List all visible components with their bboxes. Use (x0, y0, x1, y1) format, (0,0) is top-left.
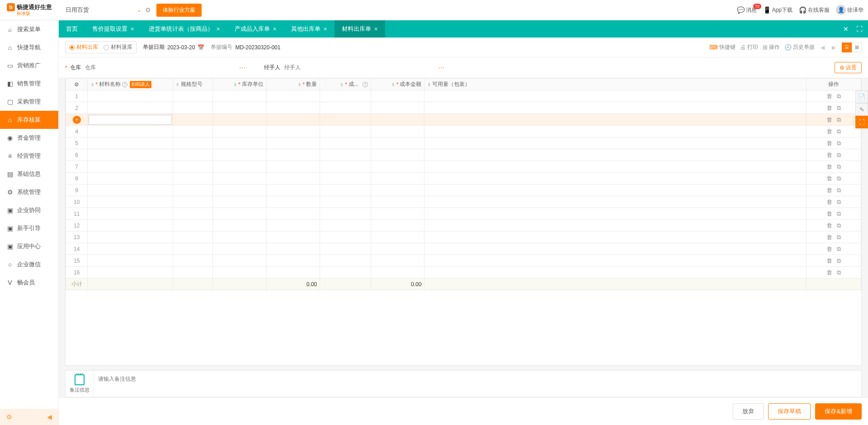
th-settings[interactable]: ⚙ (66, 79, 88, 90)
cell-cost[interactable] (320, 90, 371, 102)
sidebar-item-9[interactable]: ⚙系统管理 (0, 183, 58, 201)
cell-amount[interactable] (371, 267, 425, 279)
copy-icon[interactable]: ⧉ (837, 246, 841, 253)
cell-cost[interactable] (320, 184, 371, 196)
warehouse-input[interactable] (84, 63, 236, 72)
cell-available[interactable] (425, 137, 807, 149)
cell-name[interactable] (88, 243, 173, 255)
cell-unit[interactable] (213, 137, 266, 149)
delete-icon[interactable]: 🗑 (826, 222, 832, 229)
radio-material-return[interactable]: 材料退库 (104, 43, 132, 51)
tab-1[interactable]: 售价提取设置✕ (85, 20, 142, 38)
view-grid-button[interactable]: ⊞ (852, 42, 862, 52)
handler-field[interactable]: 经手人 ⋯ (264, 63, 445, 72)
cell-spec[interactable] (173, 220, 213, 231)
table-row[interactable]: 10🗑⧉ (66, 196, 861, 208)
cell-available[interactable] (425, 231, 807, 243)
sidebar-item-7[interactable]: ≡经营管理 (0, 147, 58, 165)
doc-date-field[interactable]: 单据日期 2023-03-20 📅 (143, 43, 204, 51)
view-list-button[interactable]: ☰ (842, 42, 852, 52)
delete-icon[interactable]: 🗑 (826, 269, 832, 276)
cell-name[interactable] (88, 196, 173, 208)
more-dots-icon[interactable]: ⋯ (438, 64, 445, 71)
sidebar-item-4[interactable]: ▢采购管理 (0, 93, 58, 111)
cell-amount[interactable] (371, 102, 425, 114)
cell-name[interactable] (88, 137, 173, 149)
sidebar-item-13[interactable]: ○企业微信 (0, 255, 58, 274)
cell-unit[interactable] (213, 90, 266, 102)
cell-amount[interactable] (371, 114, 425, 126)
table-row[interactable]: 11🗑⧉ (66, 208, 861, 220)
sidebar-item-5[interactable]: ⌂库存核算 (0, 111, 58, 129)
cell-cost[interactable] (320, 102, 371, 114)
table-row[interactable]: 4🗑⧉ (66, 126, 861, 137)
copy-icon[interactable]: ⧉ (837, 198, 841, 206)
tab-expand-button[interactable]: ⛶ (854, 23, 865, 35)
copy-icon[interactable]: ⧉ (837, 175, 841, 182)
th-unit[interactable]: ▲▼*库存单位 (213, 79, 266, 90)
cell-qty[interactable] (266, 161, 320, 173)
cell-spec[interactable] (173, 173, 213, 184)
cell-unit[interactable] (213, 243, 266, 255)
table-row[interactable]: 12🗑⧉ (66, 220, 861, 231)
table-row[interactable]: 13🗑⧉ (66, 231, 861, 243)
cell-qty[interactable] (266, 90, 320, 102)
shortcut-button[interactable]: ⌨快捷键 (709, 43, 736, 51)
cell-amount[interactable] (371, 149, 425, 161)
cell-unit[interactable] (213, 114, 266, 126)
cell-amount[interactable] (371, 173, 425, 184)
cell-name[interactable] (88, 255, 173, 267)
app-download-button[interactable]: 📱 App下载 (763, 6, 793, 14)
cell-spec[interactable] (173, 102, 213, 114)
cell-name[interactable] (88, 173, 173, 184)
tab-2[interactable]: 进货单统计表（按商品）✕ (142, 20, 227, 38)
cell-unit[interactable] (213, 102, 266, 114)
user-menu[interactable]: 👤 徐泽华 (836, 5, 863, 15)
save-new-button[interactable]: 保存&新增 (815, 403, 862, 420)
table-row[interactable]: 9🗑⧉ (66, 184, 861, 196)
cell-cost[interactable] (320, 255, 371, 267)
print-button[interactable]: 🖨打印 (740, 43, 758, 51)
footer-collapse-icon[interactable]: ◀ (47, 413, 52, 420)
cell-qty[interactable] (266, 196, 320, 208)
prev-arrow-icon[interactable]: ◀ (819, 44, 826, 51)
cell-cost[interactable] (320, 267, 371, 279)
close-icon[interactable]: ✕ (323, 26, 327, 32)
cell-available[interactable] (425, 173, 807, 184)
cell-amount[interactable] (371, 161, 425, 173)
cell-qty[interactable] (266, 231, 320, 243)
copy-icon[interactable]: ⧉ (837, 269, 841, 276)
th-qty[interactable]: ▲▼*数量 (266, 79, 320, 90)
cell-qty[interactable] (266, 220, 320, 231)
th-amount[interactable]: ▲▼*成本金额 (371, 79, 425, 90)
cell-qty[interactable] (266, 173, 320, 184)
sidebar-item-10[interactable]: ▣企业协同 (0, 201, 58, 219)
cell-unit[interactable] (213, 255, 266, 267)
cell-name[interactable] (88, 231, 173, 243)
th-available[interactable]: ▲▼可用量（包装） (425, 79, 807, 90)
cell-available[interactable] (425, 243, 807, 255)
cell-unit[interactable] (213, 231, 266, 243)
delete-icon[interactable]: 🗑 (826, 210, 832, 217)
delete-icon[interactable]: 🗑 (826, 163, 832, 170)
handler-input[interactable] (283, 63, 435, 72)
copy-icon[interactable]: ⧉ (837, 257, 841, 264)
copy-icon[interactable]: ⧉ (837, 128, 841, 135)
tab-3[interactable]: 产成品入库单✕ (227, 20, 284, 38)
scan-badge[interactable]: 扫码录入 (130, 81, 151, 88)
cell-cost[interactable] (320, 208, 371, 220)
tool-expand-button[interactable]: ⛶ (855, 116, 868, 128)
delete-icon[interactable]: 🗑 (826, 246, 832, 253)
cell-amount[interactable] (371, 126, 425, 137)
table-row[interactable]: 6🗑⧉ (66, 149, 861, 161)
cell-cost[interactable] (320, 137, 371, 149)
cell-unit[interactable] (213, 126, 266, 137)
cell-qty[interactable] (266, 208, 320, 220)
cell-cost[interactable] (320, 173, 371, 184)
table-row[interactable]: 1🗑⧉ (66, 90, 861, 102)
cell-name[interactable] (88, 208, 173, 220)
cell-name[interactable] (88, 161, 173, 173)
close-icon[interactable]: ✕ (216, 26, 220, 32)
cell-name[interactable] (88, 102, 173, 114)
radio-material-out[interactable]: 材料出库 (69, 43, 98, 51)
